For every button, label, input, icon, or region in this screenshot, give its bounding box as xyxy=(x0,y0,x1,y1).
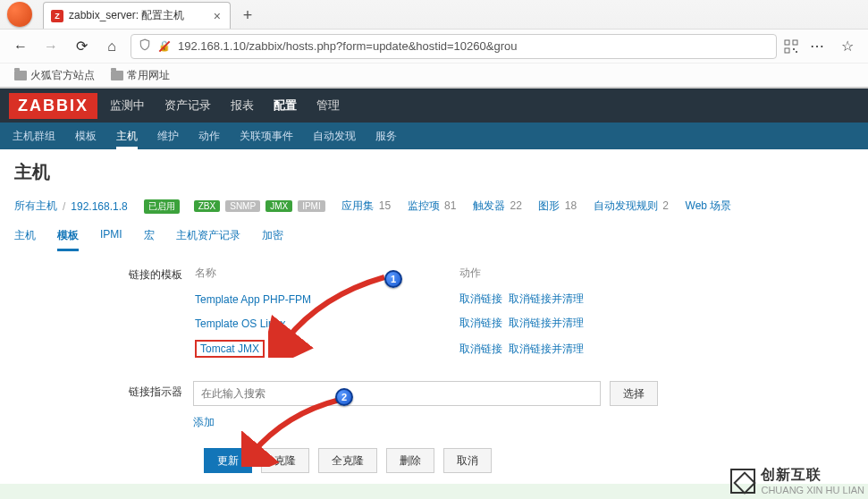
svg-rect-4 xyxy=(796,51,797,53)
table-row: Tomcat JMX 取消链接 取消链接并清理 xyxy=(195,336,656,361)
subnav-templates[interactable]: 模板 xyxy=(75,123,97,149)
svg-rect-1 xyxy=(793,40,797,45)
sub-nav: 主机群组 模板 主机 维护 动作 关联项事件 自动发现 服务 xyxy=(0,123,868,149)
template-search-input[interactable] xyxy=(193,381,601,406)
browser-tab-bar: Z zabbix_server: 配置主机 × + xyxy=(0,0,868,29)
svg-rect-3 xyxy=(793,48,795,50)
delete-button[interactable]: 删除 xyxy=(386,448,434,473)
badge-jmx: JMX xyxy=(265,200,292,212)
unlink-clear-link[interactable]: 取消链接并清理 xyxy=(509,343,584,355)
clone-button[interactable]: 克隆 xyxy=(261,448,309,473)
breadcrumb-host[interactable]: 192.168.1.8 xyxy=(71,200,127,213)
tab-ipmi[interactable]: IPMI xyxy=(100,223,122,251)
table-row: Template OS Linux 取消链接 取消链接并清理 xyxy=(195,312,656,334)
label-link-indicator: 链接指示器 xyxy=(14,381,193,430)
back-button[interactable]: ← xyxy=(9,35,32,58)
page-title: 主机 xyxy=(14,160,854,184)
svg-rect-2 xyxy=(785,48,789,53)
table-row: Template App PHP-FPM 取消链接 取消链接并清理 xyxy=(195,288,656,310)
unlink-link[interactable]: 取消链接 xyxy=(459,292,502,305)
tab-encryption[interactable]: 加密 xyxy=(262,223,283,251)
full-clone-button[interactable]: 全克隆 xyxy=(318,448,377,473)
tab-templates[interactable]: 模板 xyxy=(57,223,79,251)
subnav-services[interactable]: 服务 xyxy=(375,123,397,149)
shield-icon xyxy=(139,38,151,54)
tab-title: zabbix_server: 配置主机 xyxy=(69,8,184,23)
unlink-link[interactable]: 取消链接 xyxy=(459,317,502,329)
bookmark-star-icon[interactable]: ☆ xyxy=(836,35,859,58)
metric-graphs[interactable]: 图形 18 xyxy=(538,199,577,214)
badge-snmp: SNMP xyxy=(225,200,260,212)
zabbix-logo[interactable]: ZABBIX xyxy=(9,93,97,119)
unlink-clear-link[interactable]: 取消链接并清理 xyxy=(509,317,584,329)
folder-icon xyxy=(14,71,27,80)
nav-admin[interactable]: 管理 xyxy=(316,97,340,114)
address-bar: ← → ⟳ ⌂ 192.168.1.10/zabbix/hosts.php?fo… xyxy=(0,29,868,63)
host-tabs: 主机 模板 IPMI 宏 主机资产记录 加密 xyxy=(14,223,854,251)
nav-monitoring[interactable]: 监测中 xyxy=(110,97,145,114)
tab-close-icon[interactable]: × xyxy=(214,9,221,23)
tab-host[interactable]: 主机 xyxy=(14,223,36,251)
label-linked-templates: 链接的模板 xyxy=(14,264,193,363)
watermark-logo-icon xyxy=(730,469,755,494)
tab-inventory[interactable]: 主机资产记录 xyxy=(176,223,240,251)
app-header: ZABBIX 监测中 资产记录 报表 配置 管理 xyxy=(0,89,868,123)
subnav-correlation[interactable]: 关联项事件 xyxy=(240,123,293,149)
main-nav: 监测中 资产记录 报表 配置 管理 xyxy=(110,97,340,114)
select-button[interactable]: 选择 xyxy=(610,381,658,406)
cancel-button[interactable]: 取消 xyxy=(443,448,492,473)
subnav-actions[interactable]: 动作 xyxy=(198,123,220,149)
bookmark-item[interactable]: 火狐官方站点 xyxy=(14,68,95,83)
status-badge: 已启用 xyxy=(144,199,180,214)
more-menu-icon[interactable]: ⋯ xyxy=(805,35,829,58)
reload-button[interactable]: ⟳ xyxy=(70,35,93,58)
subnav-discovery[interactable]: 自动发现 xyxy=(313,123,356,149)
subnav-hostgroups[interactable]: 主机群组 xyxy=(13,123,55,149)
browser-tab[interactable]: Z zabbix_server: 配置主机 × xyxy=(43,2,231,29)
nav-inventory[interactable]: 资产记录 xyxy=(164,97,211,114)
metric-applications[interactable]: 应用集 15 xyxy=(341,199,391,214)
url-input[interactable]: 192.168.1.10/zabbix/hosts.php?form=updat… xyxy=(131,34,777,59)
metric-items[interactable]: 监控项 81 xyxy=(408,199,457,214)
bookmark-item[interactable]: 常用网址 xyxy=(111,68,170,83)
col-name: 名称 xyxy=(195,266,458,286)
breadcrumb-all-hosts[interactable]: 所有主机 xyxy=(14,199,57,214)
metric-triggers[interactable]: 触发器 22 xyxy=(473,199,522,214)
subnav-hosts[interactable]: 主机 xyxy=(116,123,138,149)
template-link-highlighted[interactable]: Tomcat JMX xyxy=(200,343,259,355)
unlink-clear-link[interactable]: 取消链接并清理 xyxy=(509,292,584,305)
folder-icon xyxy=(111,71,123,80)
linked-templates-table: 名称 动作 Template App PHP-FPM 取消链接 取消链接并清理 … xyxy=(193,264,658,363)
unlink-link[interactable]: 取消链接 xyxy=(459,343,502,355)
col-action: 动作 xyxy=(459,266,656,286)
bookmarks-bar: 火狐官方站点 常用网址 xyxy=(0,63,868,88)
watermark: 创新互联 CHUANG XIN HU LIAN xyxy=(730,466,864,495)
tab-favicon: Z xyxy=(51,10,63,22)
subnav-maintenance[interactable]: 维护 xyxy=(157,123,179,149)
nav-reports[interactable]: 报表 xyxy=(231,97,254,114)
badge-zbx: ZBX xyxy=(194,200,220,212)
new-tab-button[interactable]: + xyxy=(236,4,259,27)
url-text: 192.168.1.10/zabbix/hosts.php?form=updat… xyxy=(178,39,517,53)
add-link[interactable]: 添加 xyxy=(193,415,215,430)
insecure-lock-icon xyxy=(158,40,171,53)
qr-icon[interactable] xyxy=(784,39,798,54)
update-button[interactable]: 更新 xyxy=(204,448,252,473)
tab-macros[interactable]: 宏 xyxy=(144,223,155,251)
metric-web[interactable]: Web 场景 xyxy=(686,199,732,214)
breadcrumb: 所有主机 / 192.168.1.8 已启用 ZBX SNMP JMX IPMI… xyxy=(14,199,854,214)
template-link[interactable]: Template App PHP-FPM xyxy=(195,293,311,306)
metric-discovery[interactable]: 自动发现规则 2 xyxy=(594,199,669,214)
badge-ipmi: IPMI xyxy=(298,200,325,212)
svg-rect-0 xyxy=(785,40,789,45)
home-button[interactable]: ⌂ xyxy=(100,35,123,58)
nav-configuration[interactable]: 配置 xyxy=(274,97,297,114)
template-link[interactable]: Template OS Linux xyxy=(195,317,285,330)
forward-button[interactable]: → xyxy=(39,35,63,58)
